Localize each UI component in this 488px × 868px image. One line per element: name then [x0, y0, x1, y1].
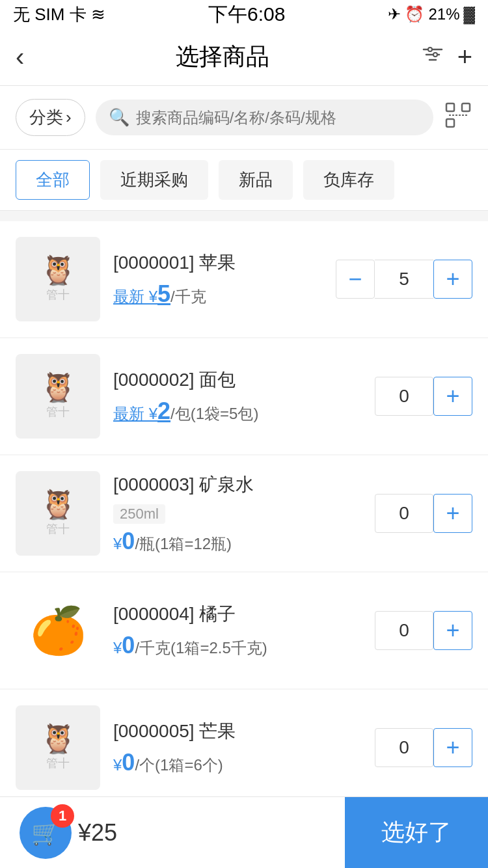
- category-button[interactable]: 分类 ›: [16, 99, 85, 136]
- product-price-0000005: ¥0/个(1箱=6个): [113, 749, 362, 776]
- add-button[interactable]: +: [457, 42, 472, 72]
- qty-input-0000003[interactable]: [375, 494, 433, 533]
- svg-rect-7: [446, 119, 454, 127]
- product-image-0000005: 🦉 管十: [16, 705, 100, 790]
- product-info-0000005: [0000005] 芒果 ¥0/个(1箱=6个): [113, 719, 362, 776]
- product-name-0000001: [0000001] 苹果: [113, 251, 323, 275]
- cart-icon[interactable]: 🛒 1: [20, 807, 72, 859]
- status-right: ✈ ⏰ 21% ▓: [388, 5, 475, 23]
- page-title: 选择商品: [176, 41, 269, 73]
- product-price-0000003: ¥0/瓶(1箱=12瓶): [113, 528, 362, 555]
- qty-plus-0000003[interactable]: +: [433, 494, 472, 533]
- product-item-0000005: 🦉 管十 [0000005] 芒果 ¥0/个(1箱=6个) +: [0, 690, 488, 806]
- product-image-0000002: 🦉 管十: [16, 354, 100, 439]
- back-button[interactable]: ‹: [16, 42, 24, 72]
- product-info-0000001: [0000001] 苹果 最新 ¥5/千克: [113, 251, 323, 308]
- search-icon: 🔍: [109, 107, 129, 128]
- svg-point-3: [428, 47, 432, 51]
- tab-all[interactable]: 全部: [16, 160, 90, 200]
- svg-point-4: [433, 53, 437, 57]
- status-time: 下午6:08: [208, 1, 285, 28]
- search-bar: 分类 › 🔍: [0, 86, 488, 150]
- product-price-0000001: 最新 ¥5/千克: [113, 280, 323, 308]
- scan-icon[interactable]: [444, 101, 472, 135]
- cart-total: ¥25: [78, 819, 117, 847]
- confirm-button[interactable]: 选好了: [345, 797, 488, 869]
- qty-plus-0000001[interactable]: +: [433, 260, 472, 299]
- qty-control-0000002: +: [375, 377, 472, 416]
- svg-rect-5: [446, 103, 454, 111]
- svg-rect-6: [462, 103, 470, 111]
- qty-input-0000002[interactable]: [375, 377, 433, 416]
- product-name-0000004: [0000004] 橘子: [113, 602, 362, 627]
- qty-minus-0000001[interactable]: −: [336, 260, 375, 299]
- qty-plus-0000005[interactable]: +: [433, 728, 472, 767]
- qty-control-0000001: − +: [336, 260, 472, 299]
- qty-control-0000004: +: [375, 611, 472, 650]
- product-name-0000002: [0000002] 面包: [113, 368, 362, 392]
- product-spec-0000003: 250ml: [113, 504, 165, 524]
- qty-control-0000003: +: [375, 494, 472, 533]
- product-price-0000002: 最新 ¥2/包(1袋=5包): [113, 398, 362, 425]
- product-image-0000003: 🦉 管十: [16, 471, 100, 556]
- filter-icon[interactable]: [421, 43, 444, 72]
- qty-control-0000005: +: [375, 728, 472, 767]
- product-item-0000003: 🦉 管十 [0000003] 矿泉水 250ml ¥0/瓶(1箱=12瓶) +: [0, 455, 488, 571]
- product-image-0000004: 🍊: [16, 588, 100, 673]
- product-info-0000003: [0000003] 矿泉水 250ml ¥0/瓶(1箱=12瓶): [113, 472, 362, 555]
- status-left: 无 SIM 卡 ≋: [13, 3, 105, 26]
- search-input[interactable]: [136, 109, 420, 127]
- product-info-0000002: [0000002] 面包 最新 ¥2/包(1袋=5包): [113, 368, 362, 425]
- battery-icon: ▓: [464, 5, 476, 23]
- qty-plus-0000002[interactable]: +: [433, 377, 472, 416]
- bottom-bar: 🛒 1 ¥25 选好了: [0, 796, 488, 868]
- location-icon: ✈: [388, 5, 401, 23]
- sim-status: 无 SIM 卡 ≋: [13, 3, 105, 26]
- qty-plus-0000004[interactable]: +: [433, 611, 472, 650]
- tab-negative[interactable]: 负库存: [303, 160, 394, 200]
- nav-actions: +: [421, 42, 472, 72]
- product-item-0000002: 🦉 管十 [0000002] 面包 最新 ¥2/包(1袋=5包) +: [0, 338, 488, 454]
- qty-input-0000005[interactable]: [375, 728, 433, 767]
- product-name-0000003: [0000003] 矿泉水: [113, 472, 362, 497]
- cart-badge: 1: [51, 804, 74, 828]
- battery-text: 21%: [428, 5, 459, 23]
- product-image-0000001: 🦉 管十: [16, 237, 100, 321]
- product-info-0000004: [0000004] 橘子 ¥0/千克(1箱=2.5千克): [113, 602, 362, 659]
- cart-area: 🛒 1 ¥25: [0, 807, 345, 859]
- divider: [0, 211, 488, 221]
- product-list: 🦉 管十 [0000001] 苹果 最新 ¥5/千克 − + 🦉 管十 [000…: [0, 221, 488, 868]
- product-item-0000001: 🦉 管十 [0000001] 苹果 最新 ¥5/千克 − +: [0, 221, 488, 337]
- tabs-bar: 全部 近期采购 新品 负库存: [0, 150, 488, 211]
- tab-new[interactable]: 新品: [219, 160, 293, 200]
- product-price-0000004: ¥0/千克(1箱=2.5千克): [113, 632, 362, 659]
- alarm-icon: ⏰: [405, 5, 424, 23]
- tab-recent[interactable]: 近期采购: [100, 160, 208, 200]
- status-bar: 无 SIM 卡 ≋ 下午6:08 ✈ ⏰ 21% ▓: [0, 0, 488, 29]
- nav-bar: ‹ 选择商品 +: [0, 29, 488, 86]
- search-input-wrap[interactable]: 🔍: [96, 100, 433, 135]
- qty-input-0000004[interactable]: [375, 611, 433, 650]
- product-name-0000005: [0000005] 芒果: [113, 719, 362, 744]
- product-item-0000004: 🍊 [0000004] 橘子 ¥0/千克(1箱=2.5千克) +: [0, 573, 488, 688]
- qty-input-0000001[interactable]: [375, 260, 433, 299]
